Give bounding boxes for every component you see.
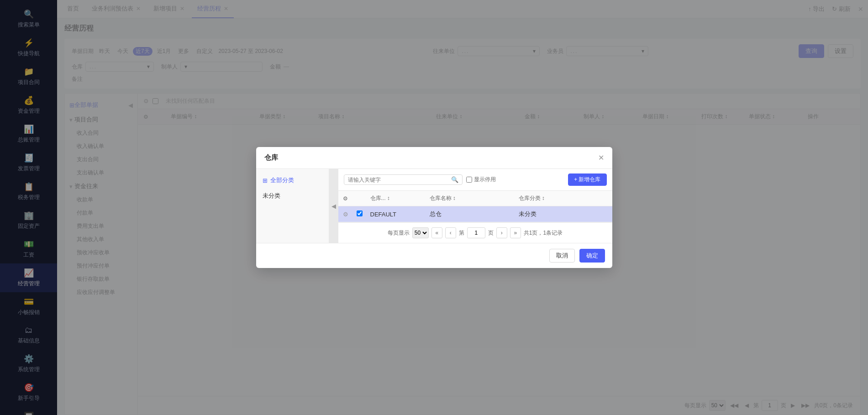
modal-cancel-button[interactable]: 取消: [549, 249, 575, 263]
modal-confirm-button[interactable]: 确定: [579, 249, 605, 263]
modal-first-page-btn[interactable]: «: [431, 227, 442, 238]
row-code: DEFAULT: [370, 211, 430, 218]
grid-category-icon: ⊞: [263, 177, 268, 184]
row-checkbox[interactable]: [357, 210, 363, 216]
modal-all-category[interactable]: ⊞ 全部分类: [256, 173, 329, 188]
modal-prev-page-btn[interactable]: ‹: [445, 227, 456, 238]
th-modal-code[interactable]: 仓库... ↕: [370, 194, 430, 202]
row-check[interactable]: [357, 210, 370, 218]
modal-table-header: ⚙ 仓库... ↕ 仓库名称 ↕ 仓库分类 ↕: [338, 191, 612, 206]
collapse-left-icon: ◀: [331, 203, 336, 210]
table-row[interactable]: ⚙ DEFAULT 总仓 未分类: [338, 206, 612, 222]
show-disabled-toggle[interactable]: 显示停用: [466, 176, 496, 184]
th-modal-category[interactable]: 仓库分类 ↕: [519, 194, 608, 202]
modal-header: 仓库 ✕: [256, 147, 612, 169]
modal-left-collapse[interactable]: ◀: [329, 169, 338, 243]
row-name: 总仓: [430, 210, 519, 218]
modal-close-button[interactable]: ✕: [598, 153, 604, 162]
modal-right-panel: 🔍 显示停用 + 新增仓库 ⚙ 仓库... ↕: [338, 169, 612, 243]
th-modal-settings[interactable]: ⚙: [343, 195, 357, 202]
modal-per-page-label: 每页显示: [388, 229, 410, 237]
modal-next-page-btn[interactable]: ›: [496, 227, 507, 238]
add-warehouse-button[interactable]: + 新增仓库: [568, 173, 606, 186]
search-icon: 🔍: [451, 176, 458, 183]
row-settings: ⚙: [343, 211, 357, 218]
modal-page-label: 第: [459, 229, 464, 237]
modal-per-page-select[interactable]: 50: [412, 227, 429, 238]
modal-total-text: 共1页，1条记录: [524, 229, 563, 237]
modal-toolbar: 🔍 显示停用 + 新增仓库: [338, 169, 612, 191]
all-category-label: 全部分类: [270, 176, 294, 184]
uncategorized-label: 未分类: [263, 192, 280, 200]
modal-search-box: 🔍: [344, 174, 463, 185]
modal-title: 仓库: [264, 153, 278, 162]
modal-footer: 取消 确定: [256, 243, 612, 268]
warehouse-modal: 仓库 ✕ ⊞ 全部分类 未分类 ◀: [256, 147, 612, 268]
modal-last-page-btn[interactable]: »: [510, 227, 521, 238]
modal-page-suffix: 页: [488, 229, 494, 237]
modal-body: ⊞ 全部分类 未分类 ◀ 🔍: [256, 169, 612, 243]
modal-overlay: 仓库 ✕ ⊞ 全部分类 未分类 ◀: [0, 0, 868, 415]
modal-search-input[interactable]: [348, 177, 451, 183]
modal-page-input[interactable]: [467, 227, 485, 238]
row-category: 未分类: [519, 210, 608, 218]
th-modal-name[interactable]: 仓库名称 ↕: [430, 194, 519, 202]
modal-left-panel: ⊞ 全部分类 未分类: [256, 169, 329, 243]
modal-table: ⚙ 仓库... ↕ 仓库名称 ↕ 仓库分类 ↕: [338, 191, 612, 222]
show-disabled-label: 显示停用: [474, 176, 496, 184]
show-disabled-checkbox[interactable]: [466, 177, 472, 183]
modal-uncategorized[interactable]: 未分类: [256, 188, 329, 204]
modal-pagination: 每页显示 50 « ‹ 第 页 › » 共1页，1条记录: [338, 222, 612, 243]
